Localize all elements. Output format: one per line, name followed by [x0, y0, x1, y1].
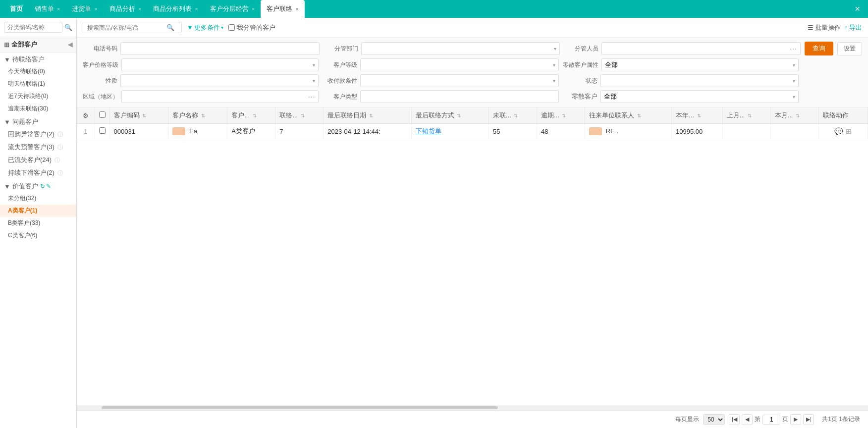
first-page-btn[interactable]: |◀ [729, 414, 740, 425]
sidebar-item-tomorrow-pending[interactable]: 明天待联络(1) [0, 78, 76, 90]
table-header: ⚙ 客户编码 ⇅ 客户名称 ⇅ 客户... ⇅ [77, 107, 868, 124]
filter-field-customer-type: 客户类型 [323, 90, 558, 103]
input-payment[interactable]: ▾ [360, 74, 558, 87]
input-retail[interactable]: 全部 ▾ [600, 90, 799, 103]
sidebar-search-icon[interactable]: 🔍 [64, 24, 72, 31]
sidebar-item-b-class[interactable]: B类客户(33) [0, 217, 76, 229]
more-conditions-btn[interactable]: ▼ 更多条件 ▾ [187, 23, 223, 32]
td-last-contact-method-val[interactable]: 下销货单 [411, 124, 488, 139]
top-navigation: 首页 销售单 × 进货单 × 商品分析 × 商品分析列表 × 客户分层经营 × … [0, 0, 868, 18]
nav-home[interactable]: 首页 [4, 0, 29, 18]
close-purchase-tab[interactable]: × [94, 6, 97, 12]
settings-button[interactable]: 设置 [837, 42, 862, 55]
group-arrow-problem: ▼ [4, 118, 10, 126]
sidebar-item-today-pending[interactable]: 今天待联络(0) [0, 65, 76, 78]
close-sales-tab[interactable]: × [57, 6, 60, 12]
sidebar-item-7days-pending[interactable]: 近7天待联络(0) [0, 90, 76, 103]
th-company-contact[interactable]: 往来单位联系人 ⇅ [585, 107, 672, 124]
input-customer-type[interactable] [360, 90, 558, 103]
search-input[interactable] [87, 24, 166, 31]
close-product-analysis-tab[interactable]: × [138, 6, 141, 12]
th-contact-action: 联络动作 [818, 107, 868, 124]
group-value-customers[interactable]: ▼ 价值客户 ↻ ✎ [0, 179, 76, 192]
hscroll-thumb[interactable] [102, 406, 498, 409]
refresh-icon[interactable]: ↻ [40, 183, 45, 190]
row-checkbox[interactable] [99, 127, 106, 134]
nav-tab-customer-tier[interactable]: 客户分层经营 × [204, 0, 261, 18]
input-dept[interactable]: ▾ [361, 42, 560, 55]
sidebar-collapse-btn[interactable]: ◀ [68, 41, 72, 48]
page-number-input[interactable] [762, 415, 780, 425]
nav-tab-product-list[interactable]: 商品分析列表 × [147, 0, 204, 18]
th-settings[interactable]: ⚙ [77, 107, 95, 124]
batch-ops-btn[interactable]: ☰ 批量操作 [808, 23, 841, 32]
customer-table: ⚙ 客户编码 ⇅ 客户名称 ⇅ 客户... ⇅ [77, 107, 868, 139]
nav-tab-sales[interactable]: 销售单 × [29, 0, 66, 18]
sidebar-item-a-class[interactable]: A类客户(1) [0, 205, 76, 217]
group-problem-customers[interactable]: ▼ 问题客户 [0, 115, 76, 128]
info-icon-declining: ⓘ [57, 170, 63, 176]
td-checkbox[interactable] [95, 124, 109, 139]
per-page-select[interactable]: 50 [703, 414, 725, 425]
page-prefix-label: 第 [755, 415, 760, 424]
status-arrow: ▾ [793, 78, 795, 84]
window-close-button[interactable]: × [851, 4, 864, 14]
th-this-month[interactable]: 本月... ⇅ [770, 107, 818, 124]
input-status[interactable]: ▾ [600, 74, 799, 87]
close-product-list-tab[interactable]: × [195, 6, 198, 12]
my-customers-checkbox[interactable] [228, 24, 235, 31]
th-customer-type[interactable]: 客户... ⇅ [227, 107, 275, 124]
search-icon[interactable]: 🔍 [166, 24, 174, 31]
nav-tab-customer-contact[interactable]: 客户联络 × [261, 0, 304, 18]
main-layout: 🔍 ⊞ 全部客户 ◀ ▼ 待联络客户 今天待联络(0) 明天待联络(1) 近7天… [0, 18, 868, 428]
th-overdue-days[interactable]: 逾期... ⇅ [537, 107, 585, 124]
th-customer-code[interactable]: 客户编码 ⇅ [109, 107, 168, 124]
horizontal-scrollbar[interactable] [77, 405, 868, 410]
sidebar-item-churn-warning[interactable]: 流失预警客户(3) ⓘ [0, 141, 76, 154]
last-page-btn[interactable]: ▶| [803, 414, 814, 425]
filter-field-nature: 性质 ▾ [83, 74, 319, 87]
sidebar-item-c-class[interactable]: C类客户(6) [0, 229, 76, 242]
th-this-year[interactable]: 本年... ⇅ [672, 107, 722, 124]
prev-page-btn[interactable]: ◀ [742, 414, 753, 425]
th-last-month[interactable]: 上月... ⇅ [722, 107, 770, 124]
input-price-level[interactable]: ▾ [121, 58, 319, 71]
group-pending-contact[interactable]: ▼ 待联络客户 [0, 53, 76, 65]
th-customer-name[interactable]: 客户名称 ⇅ [168, 107, 227, 124]
input-customer-level[interactable]: ▾ [360, 58, 558, 71]
grid-icon: ⊞ [4, 41, 9, 49]
sidebar-item-repurchase-abnormal[interactable]: 回购异常客户(2) ⓘ [0, 128, 76, 141]
th-contact-count[interactable]: 联络... ⇅ [275, 107, 324, 124]
th-last-contact-method[interactable]: 最后联络方式 ⇅ [411, 107, 488, 124]
filter-field-retail-attr: 零散客户属性 全部 ▾ [563, 58, 799, 71]
sidebar-item-declining[interactable]: 持续下滑客户(2) ⓘ [0, 166, 76, 179]
input-region[interactable]: ··· [121, 90, 319, 103]
retail-attr-arrow: ▾ [793, 62, 795, 68]
comment-action-icon[interactable]: 💬 [834, 127, 843, 135]
sort-date-icon: ⇅ [369, 113, 373, 118]
nav-tab-purchase[interactable]: 进货单 × [66, 0, 103, 18]
nav-tab-product-analysis[interactable]: 商品分析 × [104, 0, 147, 18]
close-customer-tier-tab[interactable]: × [252, 6, 255, 12]
th-checkbox[interactable] [95, 107, 109, 124]
link-action-icon[interactable]: ⊞ [846, 127, 852, 135]
input-nature[interactable]: ▾ [120, 74, 319, 87]
select-all-checkbox[interactable] [99, 111, 106, 118]
close-customer-contact-tab[interactable]: × [295, 6, 298, 12]
input-retail-attr[interactable]: 全部 ▾ [601, 58, 799, 71]
th-last-contact-date[interactable]: 最后联络日期 ⇅ [324, 107, 411, 124]
sidebar-item-ungrouped[interactable]: 未分组(32) [0, 192, 76, 205]
export-btn[interactable]: ↑ 导出 [845, 23, 863, 32]
th-no-contact-days[interactable]: 未联... ⇅ [488, 107, 537, 124]
query-button[interactable]: 查询 [805, 42, 833, 55]
sidebar-item-churned[interactable]: 已流失客户(24) ⓘ [0, 154, 76, 166]
input-manager[interactable]: ··· [601, 42, 801, 55]
next-page-btn[interactable]: ▶ [790, 414, 801, 425]
sidebar-item-overdue-contact[interactable]: 逾期未联络(30) [0, 103, 76, 115]
input-phone[interactable] [120, 42, 320, 55]
edit-icon[interactable]: ✎ [46, 183, 51, 190]
info-icon-churned: ⓘ [54, 157, 60, 163]
sidebar-search-input[interactable] [4, 22, 62, 33]
td-customer-code: 000031 [109, 124, 168, 139]
filter-bar: 🔍 ▼ 更多条件 ▾ 我分管的客户 ☰ 批量操作 ↑ 导出 [77, 18, 868, 38]
